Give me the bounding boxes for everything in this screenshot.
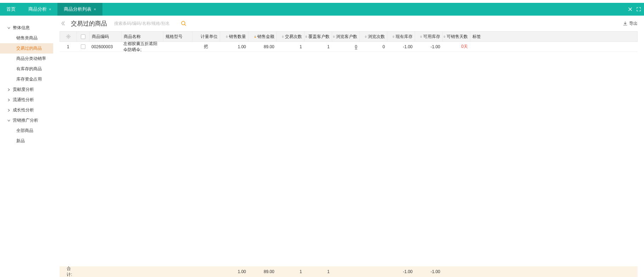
tab-2[interactable]: 商品分析列表× xyxy=(57,3,102,16)
row-checkbox[interactable] xyxy=(77,42,89,51)
col-cust[interactable]: 覆盖客户数 xyxy=(304,32,332,41)
export-icon xyxy=(623,21,628,26)
column-settings[interactable] xyxy=(60,32,77,41)
close-all-tabs-icon[interactable] xyxy=(628,7,633,12)
sidebar-item-0-1[interactable]: 交易过的商品 xyxy=(0,43,53,54)
footer-cust: 1 xyxy=(304,266,332,277)
sidebar-item-0-2[interactable]: 商品分类动销率 xyxy=(0,54,53,64)
cell-amt: 89.00 xyxy=(248,42,276,51)
chevron-right-icon xyxy=(7,109,11,112)
col-code[interactable]: 商品编码 xyxy=(90,32,122,41)
footer-bcnt xyxy=(359,266,387,277)
footer-stock: -1.00 xyxy=(387,266,415,277)
footer-label: 合计: xyxy=(60,266,77,277)
tab-1[interactable]: 商品分析× xyxy=(22,3,57,16)
cell-unit: 把 xyxy=(192,42,220,51)
footer-amt: 89.00 xyxy=(248,266,276,277)
export-button[interactable]: 导出 xyxy=(623,21,638,27)
footer-avail: -1.00 xyxy=(415,266,442,277)
tab-0[interactable]: 首页 xyxy=(0,3,22,16)
footer-qty: 1.00 xyxy=(220,266,248,277)
chevron-down-icon xyxy=(7,119,11,122)
sidebar-item-4-0[interactable]: 全部商品 xyxy=(0,126,53,136)
col-txn[interactable]: 交易次数 xyxy=(277,32,304,41)
gear-icon xyxy=(66,34,71,39)
col-days[interactable]: 可销售天数 xyxy=(443,32,470,41)
sidebar-group-4[interactable]: 营销推广分析 xyxy=(0,115,53,126)
page-title: 交易过的商品 xyxy=(71,20,107,28)
row-index: 1 xyxy=(60,42,77,51)
footer-bcust xyxy=(332,266,359,277)
cell-stock: -1.00 xyxy=(387,42,415,51)
tab-close-icon[interactable]: × xyxy=(49,7,51,11)
tab-label: 商品分析 xyxy=(28,6,47,12)
tabs-bar: 首页商品分析×商品分析列表× xyxy=(0,3,644,16)
table-footer-totals: 合计: 1.00 89.00 1 1 -1.00 -1.00 xyxy=(60,266,638,277)
col-bcnt[interactable]: 浏览次数 xyxy=(360,32,387,41)
cell-cust: 1 xyxy=(304,42,332,51)
chevron-down-icon xyxy=(7,26,11,30)
sidebar-group-label: 贡献度分析 xyxy=(13,87,34,93)
table-header: 商品编码 商品名称 规格型号 计量单位 销售数量 销售金额 交易次数 覆盖客户数… xyxy=(60,31,638,42)
col-bcust[interactable]: 浏览客户数 xyxy=(332,32,360,41)
col-name[interactable]: 商品名称 xyxy=(122,32,163,41)
sidebar-group-label: 营销推广分析 xyxy=(13,117,38,123)
col-qty[interactable]: 销售数量 xyxy=(220,32,248,41)
col-amt[interactable]: 销售金额 xyxy=(248,32,277,41)
tab-label: 首页 xyxy=(6,6,16,12)
export-label: 导出 xyxy=(629,21,638,27)
footer-txn: 1 xyxy=(276,266,304,277)
sidebar-group-2[interactable]: 流通性分析 xyxy=(0,95,53,105)
col-tag[interactable]: 标签 xyxy=(470,32,637,41)
header-spacer xyxy=(0,0,644,3)
collapse-sidebar-button[interactable] xyxy=(60,21,66,26)
tab-close-icon[interactable]: × xyxy=(94,7,96,11)
svg-point-1 xyxy=(68,36,69,37)
sidebar-item-0-3[interactable]: 有库存的商品 xyxy=(0,64,53,74)
chevron-right-icon xyxy=(7,98,11,102)
sidebar-item-0-0[interactable]: 销售类商品 xyxy=(0,33,53,43)
cell-tag xyxy=(470,42,638,51)
sidebar-item-4-1[interactable]: 新品 xyxy=(0,136,53,146)
content-header: 交易过的商品 导出 xyxy=(53,16,644,31)
sidebar-group-3[interactable]: 成长性分析 xyxy=(0,105,53,115)
cell-txn: 1 xyxy=(276,42,304,51)
sidebar-group-label: 整体信息 xyxy=(13,25,30,31)
cell-name: 左都胶囊五折遮阳伞防晒伞; xyxy=(121,42,163,51)
sidebar-group-0[interactable]: 整体信息 xyxy=(0,23,53,33)
col-unit[interactable]: 计量单位 xyxy=(192,32,220,41)
sidebar-group-label: 成长性分析 xyxy=(13,107,34,113)
cell-code: 002600003 xyxy=(89,42,121,51)
col-avail[interactable]: 可用库存 xyxy=(415,32,443,41)
cell-days: 0天 xyxy=(442,42,470,51)
cell-qty: 1.00 xyxy=(220,42,248,51)
cell-avail: -1.00 xyxy=(415,42,442,51)
sidebar: 整体信息销售类商品交易过的商品商品分类动销率有库存的商品库存资金占用贡献度分析流… xyxy=(0,16,53,277)
sidebar-item-0-4[interactable]: 库存资金占用 xyxy=(0,74,53,84)
cell-browse-count: 0 xyxy=(359,42,387,51)
tab-label: 商品分析列表 xyxy=(64,6,91,12)
cell-browse-customers[interactable]: 0 xyxy=(332,42,359,51)
sidebar-group-1[interactable]: 贡献度分析 xyxy=(0,84,53,95)
fullscreen-icon[interactable] xyxy=(636,7,641,12)
select-all-checkbox[interactable] xyxy=(77,32,90,41)
search-input[interactable] xyxy=(114,21,178,26)
search-icon[interactable] xyxy=(181,21,186,26)
col-spec[interactable]: 规格型号 xyxy=(163,32,192,41)
sidebar-group-label: 流通性分析 xyxy=(13,97,34,103)
cell-spec xyxy=(163,42,192,51)
col-stock[interactable]: 现有库存 xyxy=(387,32,415,41)
table-row[interactable]: 1002600003左都胶囊五折遮阳伞防晒伞;把1.0089.001100-1.… xyxy=(60,42,638,52)
chevron-right-icon xyxy=(7,88,11,92)
